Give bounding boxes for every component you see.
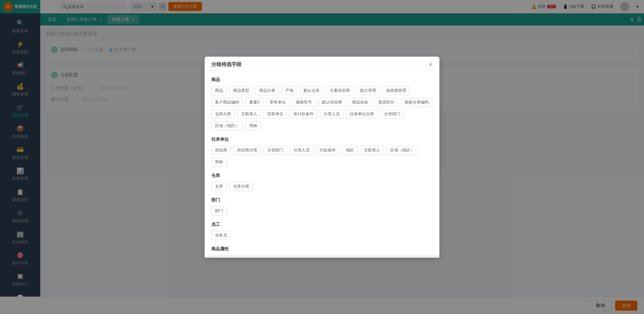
field-tag-主联系人[interactable]: 主联系人	[237, 110, 261, 119]
field-tag-区域地区2[interactable]: 区域（地区）	[386, 146, 418, 155]
field-tag-业务员[interactable]: 业务员	[211, 231, 231, 240]
field-tag-供应商分类[interactable]: 供应商分类	[233, 146, 261, 155]
field-tag-税收分类编码[interactable]: 税收分类编码	[401, 98, 432, 107]
field-tag-分管人员2[interactable]: 分管人员	[290, 146, 313, 155]
warehouse-section: 仓库 仓库 仓库分类	[211, 173, 433, 191]
field-tag-分管人员[interactable]: 分管人员	[320, 110, 343, 119]
field-tag-拣货积分[interactable]: 拣货积分	[375, 98, 398, 107]
modal-title: 分组待选字段	[211, 61, 241, 68]
field-tag-重量3[interactable]: 重量3	[246, 98, 263, 107]
field-tag-仓库[interactable]: 仓库	[211, 182, 227, 191]
product-field-tags: 商品 商品类型 商品分类 产地 默认仓库 主要供应商 批次管理 保质期管理 客户…	[211, 86, 433, 130]
employee-field-tags: 业务员	[211, 231, 433, 240]
field-tag-产地[interactable]: 产地	[282, 86, 297, 95]
partner-section-title: 往来单位	[211, 136, 433, 142]
field-tag-默认供应商[interactable]: 默认供应商	[318, 98, 346, 107]
field-tag-收付款条件[interactable]: 收付款条件	[290, 110, 317, 119]
modal-header: 分组待选字段 ✕	[205, 57, 439, 71]
field-tag-区域地区[interactable]: 区域（地区）	[211, 121, 243, 130]
field-tag-仓库分类2[interactable]: 仓库分类	[229, 182, 253, 191]
field-tag-规格型号[interactable]: 规格型号	[292, 98, 316, 107]
field-tag-主联系人2[interactable]: 主联系人	[360, 146, 384, 155]
field-tag-商品别名[interactable]: 商品别名	[348, 98, 372, 107]
product-section-title: 商品	[211, 77, 433, 83]
department-section: 部门 部门	[211, 197, 433, 215]
field-tag-简称[interactable]: 简称	[246, 121, 261, 130]
employee-section: 员工 业务员	[211, 222, 433, 240]
field-tag-结算单位[interactable]: 结算单位	[264, 110, 287, 119]
modal-dialog: 分组待选字段 ✕ 商品 商品 商品类型 商品分类 产地 默认仓库 主要供应商 批…	[205, 57, 439, 258]
warehouse-field-tags: 仓库 仓库分类	[211, 182, 433, 191]
partner-field-tags: 供应商 供应商分类 分管部门 分管人员 付款条件 地区 主联系人 区域（地区） …	[211, 146, 433, 167]
product-attr-section: 商品属性 属性 颜色 多规格 尺码 鞋码 1	[211, 246, 433, 255]
field-tag-默认仓库[interactable]: 默认仓库	[300, 86, 323, 95]
department-field-tags: 部门	[211, 206, 433, 215]
field-tag-供应商[interactable]: 供应商	[211, 146, 231, 155]
field-tag-付款条件[interactable]: 付款条件	[316, 146, 339, 155]
product-section: 商品 商品 商品类型 商品分类 产地 默认仓库 主要供应商 批次管理 保质期管理…	[211, 77, 433, 130]
modal-overlay[interactable]: 分组待选字段 ✕ 商品 商品 商品类型 商品分类 产地 默认仓库 主要供应商 批…	[0, 0, 644, 314]
field-tag-商品类型[interactable]: 商品类型	[229, 86, 253, 95]
field-tag-零售单位[interactable]: 零售单位	[266, 98, 289, 107]
field-tag-保质期管理[interactable]: 保质期管理	[382, 86, 410, 95]
field-tag-分管部门[interactable]: 分管部门	[380, 110, 404, 119]
field-tag-部门[interactable]: 部门	[211, 206, 227, 215]
field-tag-商品[interactable]: 商品	[211, 86, 227, 95]
field-tag-商品分类[interactable]: 商品分类	[256, 86, 279, 95]
field-tag-批次管理[interactable]: 批次管理	[356, 86, 380, 95]
field-tag-往来单位分类[interactable]: 往来单位分类	[346, 110, 378, 119]
field-tag-主要供应商[interactable]: 主要供应商	[326, 86, 354, 95]
partner-section: 往来单位 供应商 供应商分类 分管部门 分管人员 付款条件 地区 主联系人 区域…	[211, 136, 433, 167]
field-tag-仓库分类[interactable]: 仓库分类	[211, 110, 235, 119]
modal-close-button[interactable]: ✕	[428, 61, 433, 68]
horizontal-scrollbar[interactable]	[205, 255, 439, 258]
field-tag-分管部门2[interactable]: 分管部门	[264, 146, 287, 155]
product-attr-section-title: 商品属性	[211, 246, 433, 252]
employee-section-title: 员工	[211, 222, 433, 228]
field-tag-地区[interactable]: 地区	[342, 146, 358, 155]
modal-body: 商品 商品 商品类型 商品分类 产地 默认仓库 主要供应商 批次管理 保质期管理…	[205, 71, 439, 255]
field-tag-简称2[interactable]: 简称	[211, 158, 227, 167]
department-section-title: 部门	[211, 197, 433, 203]
warehouse-section-title: 仓库	[211, 173, 433, 179]
field-tag-客户商品编码[interactable]: 客户商品编码	[211, 98, 243, 107]
